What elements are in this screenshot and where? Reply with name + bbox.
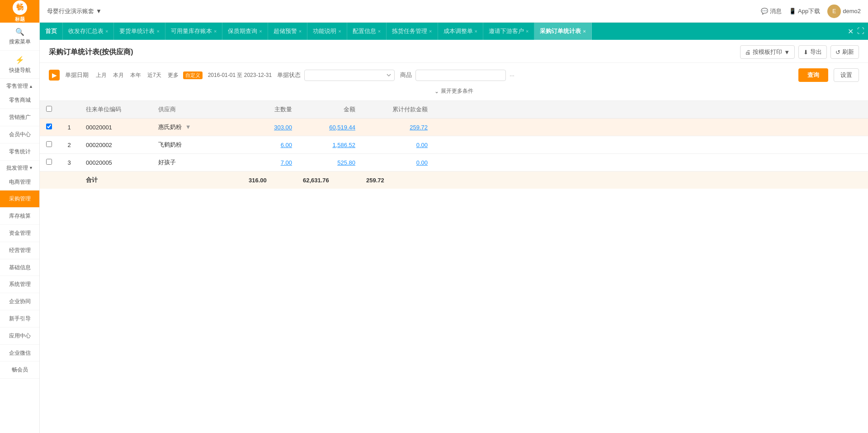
user-profile-btn[interactable]: E demo2 — [827, 5, 861, 18]
shortcut-this-year[interactable]: 本年 — [128, 71, 143, 80]
status-select[interactable] — [304, 70, 395, 81]
table-row[interactable]: 2 00020002 飞鹤奶粉 6.00 1,586.52 0.00 — [40, 136, 868, 154]
shortcut-this-month[interactable]: 本月 — [111, 71, 126, 80]
maximize-icon[interactable]: ⛶ — [857, 27, 864, 35]
close-icon[interactable]: × — [156, 29, 159, 34]
sidebar-item-label: 电商管理 — [9, 179, 31, 185]
chevron-down-icon: ⌄ — [434, 88, 439, 95]
sidebar-item-finance-mgmt[interactable]: 资金管理 — [0, 225, 39, 242]
tab-receive-summary[interactable]: 收发存汇总表 × — [63, 23, 114, 40]
tab-label: 邀请下游客户 — [489, 27, 524, 35]
close-icon[interactable]: × — [299, 29, 302, 34]
sidebar-item-new-guide[interactable]: 新手引导 — [0, 310, 39, 328]
close-icon[interactable]: × — [526, 29, 528, 34]
sidebar-item-search[interactable]: 🔍 搜索菜单 — [0, 23, 39, 51]
close-icon[interactable]: × — [475, 29, 477, 34]
tab-invite-downstream[interactable]: 邀请下游客户 × — [483, 23, 534, 40]
sidebar-item-retail-mgmt[interactable]: 零售管理 — [0, 79, 39, 92]
shortcut-last-month[interactable]: 上月 — [94, 71, 108, 80]
date-range-display: 2016-01-01 至 2023-12-31 — [208, 71, 272, 79]
close-icon[interactable]: × — [259, 29, 262, 34]
tab-label: 功能说明 — [313, 27, 336, 35]
app-download-btn[interactable]: 📱 App下载 — [789, 7, 820, 15]
sidebar-item-quick-nav[interactable]: ⚡ 快捷导航 — [0, 51, 39, 79]
row-paid[interactable]: 259.72 — [361, 119, 433, 136]
table-row[interactable]: 3 00020005 好孩子 7.00 525.80 0.00 — [40, 154, 868, 171]
data-table: 往来单位编码 供应商 主数量 金额 累计付款金额 1 00020001 — [40, 101, 868, 189]
expand-icon[interactable]: ▼ — [185, 124, 191, 130]
sidebar-item-app-center[interactable]: 应用中心 — [0, 328, 39, 345]
close-icon[interactable]: × — [583, 29, 585, 34]
sidebar: 畅 标题 🔍 搜索菜单 ⚡ 快捷导航 零售管理 零售商城 营销推广 会员中心 零… — [0, 0, 40, 433]
tab-function-desc[interactable]: 功能说明 × — [307, 23, 347, 40]
sidebar-item-enterprise-collab[interactable]: 企业协同 — [0, 293, 39, 310]
refresh-button[interactable]: ↺ 刷新 — [830, 45, 859, 59]
settings-button[interactable]: 设置 — [834, 68, 859, 82]
shortcut-7days[interactable]: 近7天 — [146, 71, 163, 80]
tab-order-summary[interactable]: 要货单统计表 × — [114, 23, 165, 40]
tab-config-info[interactable]: 配置信息 × — [347, 23, 387, 40]
tab-usable-stock[interactable]: 可用量库存账本 × — [165, 23, 222, 40]
expand-more-btn[interactable]: ⌄ 展开更多条件 — [49, 86, 859, 97]
col-extra-header — [433, 101, 868, 119]
sidebar-item-label: 搜索菜单 — [9, 38, 31, 45]
row-paid[interactable]: 0.00 — [361, 154, 433, 171]
sidebar-item-purchase-mgmt[interactable]: 采购管理 — [0, 190, 39, 208]
sidebar-item-label: 资金管理 — [9, 230, 31, 236]
goods-input[interactable] — [415, 70, 506, 81]
sidebar-item-stock-check[interactable]: 库存核算 — [0, 208, 39, 225]
tab-expiry-query[interactable]: 保质期查询 × — [222, 23, 268, 40]
sidebar-item-ops-mgmt[interactable]: 经营管理 — [0, 242, 39, 259]
row-check[interactable] — [40, 119, 58, 136]
select-all-checkbox[interactable] — [46, 106, 52, 112]
row-amount[interactable]: 60,519.44 — [297, 119, 361, 136]
row-paid[interactable]: 0.00 — [361, 136, 433, 154]
filter-toggle-button[interactable]: ▶ — [49, 70, 60, 81]
row-check[interactable] — [40, 136, 58, 154]
row-qty[interactable]: 303.00 — [243, 119, 297, 136]
sidebar-item-basic-info[interactable]: 基础信息 — [0, 259, 39, 276]
sidebar-item-retail-stats[interactable]: 零售统计 — [0, 143, 39, 161]
tab-purchase-summary[interactable]: 采购订单统计表 × — [534, 23, 591, 40]
date-range-text: 2016-01-01 至 2023-12-31 — [208, 72, 272, 78]
main-area: 母婴行业演示账套 ▼ 💬 消息 📱 App下载 E demo2 首页 — [40, 0, 868, 433]
shortcut-more[interactable]: 更多 — [166, 71, 180, 80]
sidebar-item-member[interactable]: 畅会员 — [0, 362, 39, 379]
sidebar-item-ecom-mgmt[interactable]: 电商管理 — [0, 174, 39, 191]
tab-cost-adjust[interactable]: 成本调整单 × — [438, 23, 483, 40]
tab-label: 采购订单统计表 — [540, 27, 581, 35]
sidebar-item-sys-mgmt[interactable]: 系统管理 — [0, 276, 39, 293]
app-logo: 畅 标题 — [0, 0, 39, 23]
close-icon[interactable]: × — [338, 29, 341, 34]
sidebar-item-marketing[interactable]: 营销推广 — [0, 109, 39, 126]
row-supplier: 惠氏奶粉 ▼ — [153, 119, 243, 136]
more-icon[interactable]: ··· — [509, 72, 514, 79]
close-icon[interactable]: × — [429, 29, 432, 34]
row-amount[interactable]: 1,586.52 — [297, 136, 361, 154]
sidebar-item-label: 零售商城 — [9, 97, 31, 103]
row-code: 00020002 — [80, 136, 153, 154]
row-qty[interactable]: 6.00 — [243, 136, 297, 154]
table-row[interactable]: 1 00020001 惠氏奶粉 ▼ 303.00 60,519.44 259.7… — [40, 119, 868, 136]
close-icon[interactable]: × — [378, 29, 381, 34]
tab-home[interactable]: 首页 — [40, 23, 63, 40]
sidebar-item-member-center[interactable]: 会员中心 — [0, 126, 39, 143]
tab-pick-task[interactable]: 拣货任务管理 × — [387, 23, 438, 40]
sidebar-item-enterprise-wechat[interactable]: 企业微信 — [0, 345, 39, 362]
export-button[interactable]: ⬇ 导出 — [798, 45, 827, 59]
row-no: 2 — [58, 136, 80, 154]
chevron-down-icon: ▼ — [784, 49, 790, 56]
workspace-selector[interactable]: 母婴行业演示账套 ▼ — [47, 7, 102, 15]
close-icon[interactable]: × — [214, 29, 217, 34]
close-all-icon[interactable]: ✕ — [848, 27, 854, 36]
sidebar-item-wholesale-mgmt[interactable]: 批发管理 — [0, 161, 39, 174]
row-amount[interactable]: 525.80 — [297, 154, 361, 171]
print-button[interactable]: 🖨 按模板打印 ▼ — [740, 45, 795, 59]
row-check[interactable] — [40, 154, 58, 171]
close-icon[interactable]: × — [105, 29, 108, 34]
tab-overstock-warning[interactable]: 超储预警 × — [268, 23, 307, 40]
message-btn[interactable]: 💬 消息 — [761, 7, 782, 15]
search-button[interactable]: 查询 — [798, 68, 828, 82]
row-qty[interactable]: 7.00 — [243, 154, 297, 171]
sidebar-item-retail-mall[interactable]: 零售商城 — [0, 92, 39, 109]
